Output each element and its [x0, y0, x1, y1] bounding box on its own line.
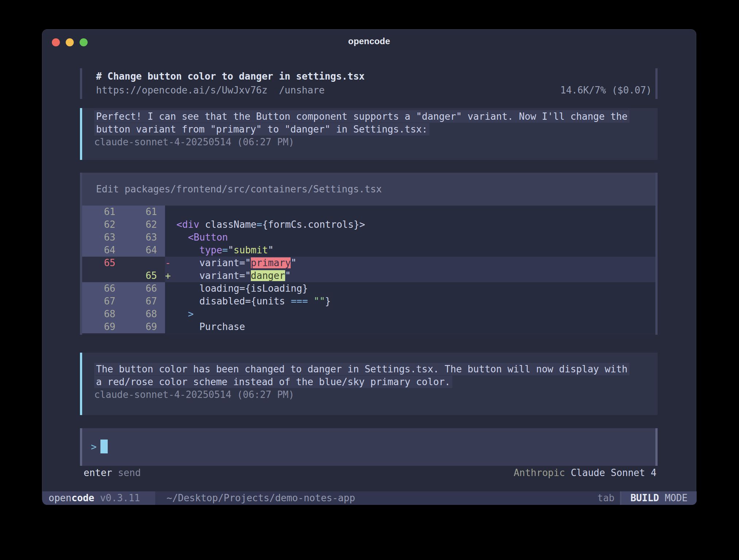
build-mode-chip[interactable]: BUILD MODE [621, 491, 697, 505]
share-url[interactable]: https://opencode.ai/s/UwJxv76z [96, 85, 268, 96]
diff-row: 6161 [82, 206, 655, 218]
assistant-message: The button color has been changed to dan… [80, 353, 658, 415]
message-text-line: The button color has been changed to dan… [94, 363, 629, 375]
diff-row: 6363 <Button [82, 231, 655, 244]
new-line-number: 61 [123, 206, 165, 218]
message-text-line: Perfect! I can see that the Button compo… [94, 110, 629, 123]
edit-file-path: Edit packages/frontend/src/containers/Se… [82, 173, 655, 206]
unshare-command[interactable]: /unshare [279, 85, 325, 96]
old-line-number: 65 [82, 257, 123, 269]
old-line-number: 68 [82, 308, 123, 321]
diff-row: 6262 <div className={formCs.controls}> [82, 218, 655, 231]
prompt-symbol: > [91, 441, 97, 452]
old-line-number: 69 [82, 321, 123, 333]
diff-code-line: disabled={units === ""} [165, 295, 655, 308]
new-line-number: 65 [123, 269, 165, 282]
old-line-number: 66 [82, 282, 123, 295]
assistant-message: Perfect! I can see that the Button compo… [80, 108, 658, 160]
new-line-number: 67 [123, 295, 165, 308]
send-action-hint: send [118, 467, 141, 478]
diff-row: 6868 > [82, 308, 655, 321]
model-timestamp: claude-sonnet-4-20250514 (06:27 PM) [94, 136, 658, 149]
app-version-chip: opencode v0.3.11 [42, 491, 155, 505]
provider-label: Anthropic [514, 467, 565, 478]
status-bar: opencode v0.3.11 ~/Desktop/Projects/demo… [42, 491, 697, 505]
session-title: # Change button color to danger in setti… [96, 69, 655, 83]
diff-code-line: > [165, 308, 655, 321]
new-line-number: 64 [123, 244, 165, 257]
old-line-number: 64 [82, 244, 123, 257]
old-line-number: 67 [82, 295, 123, 308]
diff-code-line: + variant="danger" [165, 269, 655, 282]
app-version: v0.3.11 [100, 492, 140, 503]
message-text-line: a red/rose color scheme instead of the b… [94, 376, 452, 388]
diff-code-line [165, 206, 655, 218]
edit-tool-panel: Edit packages/frontend/src/containers/Se… [80, 173, 658, 335]
diff-code-line: type="submit" [165, 244, 655, 257]
message-input[interactable]: > [80, 428, 658, 466]
diff-row: 6969 Purchase [82, 321, 655, 333]
tab-key-hint: tab [597, 491, 614, 505]
title-bar: opencode [42, 30, 696, 53]
text-cursor [100, 440, 108, 453]
new-line-number: 68 [123, 308, 165, 321]
project-path: ~/Desktop/Projects/demo-notes-app [166, 491, 355, 505]
model-timestamp: claude-sonnet-4-20250514 (06:27 PM) [94, 388, 658, 401]
old-line-number [82, 269, 123, 282]
session-header: # Change button color to danger in setti… [80, 68, 658, 99]
token-cost-stats: 14.6K/7% ($0.07) [560, 83, 652, 97]
hint-row: enter send Anthropic Claude Sonnet 4 [80, 466, 658, 479]
new-line-number: 63 [123, 231, 165, 244]
opencode-window: opencode # Change button color to danger… [42, 29, 696, 505]
enter-key-hint: enter [84, 467, 112, 478]
diff-code-line: Purchase [165, 321, 655, 333]
diff-row: 6464 type="submit" [82, 244, 655, 257]
model-label: Claude Sonnet 4 [571, 467, 656, 478]
new-line-number [123, 257, 165, 269]
new-line-number: 62 [123, 218, 165, 231]
diff-row: 65+ variant="danger" [82, 269, 655, 282]
new-line-number: 66 [123, 282, 165, 295]
diff-view: 61616262 <div className={formCs.controls… [82, 206, 655, 333]
diff-code-line: <Button [165, 231, 655, 244]
message-text-line: button variant from "primary" to "danger… [94, 123, 429, 135]
diff-row: 65- variant="primary" [82, 257, 655, 269]
diff-code-line: <div className={formCs.controls}> [165, 218, 655, 231]
old-line-number: 62 [82, 218, 123, 231]
old-line-number: 63 [82, 231, 123, 244]
diff-row: 6767 disabled={units === ""} [82, 295, 655, 308]
diff-code-line: loading={isLoading} [165, 282, 655, 295]
new-line-number: 69 [123, 321, 165, 333]
window-title: opencode [42, 36, 696, 46]
diff-row: 6666 loading={isLoading} [82, 282, 655, 295]
old-line-number: 61 [82, 206, 123, 218]
diff-code-line: - variant="primary" [165, 257, 655, 269]
